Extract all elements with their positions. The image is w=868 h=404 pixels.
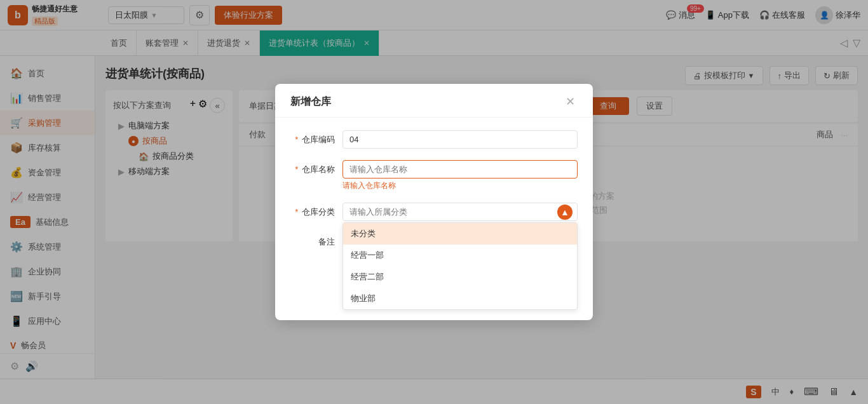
remark-label: 备注 <box>290 232 335 248</box>
chevron-up-icon: ▲ <box>560 207 569 217</box>
dropdown-item-uncategorized[interactable]: 未分类 <box>343 223 577 245</box>
category-input[interactable] <box>342 203 578 221</box>
form-row-code: * 仓库编码 <box>290 130 578 149</box>
category-dropdown: 未分类 经营一部 经营二部 物业部 <box>342 222 578 310</box>
name-field: 请输入仓库名称 <box>342 160 578 191</box>
modal-title: 新增仓库 <box>290 95 331 109</box>
code-input[interactable] <box>342 130 578 149</box>
dropdown-item-dept2[interactable]: 经营二部 <box>343 266 577 288</box>
name-error-message: 请输入仓库名称 <box>342 180 578 191</box>
form-row-category: * 仓库分类 ▲ 未分类 经营一部 经营二部 物业部 <box>290 203 578 221</box>
code-label: * 仓库编码 <box>290 130 335 145</box>
dropdown-item-dept3[interactable]: 物业部 <box>343 288 577 309</box>
name-label: * 仓库名称 <box>290 160 335 175</box>
category-label: * 仓库分类 <box>290 203 335 218</box>
category-field: ▲ 未分类 经营一部 经营二部 物业部 <box>342 203 578 221</box>
form-row-name: * 仓库名称 请输入仓库名称 <box>290 160 578 191</box>
modal-close-button[interactable]: ✕ <box>562 94 578 109</box>
dropdown-item-dept1[interactable]: 经营一部 <box>343 245 577 266</box>
name-input[interactable] <box>342 160 578 178</box>
modal-body: * 仓库编码 * 仓库名称 请输入仓库名称 * 仓库分类 <box>275 118 593 273</box>
category-toggle-button[interactable]: ▲ <box>557 205 573 220</box>
code-field <box>342 130 578 149</box>
modal-header: 新增仓库 ✕ <box>275 84 593 118</box>
add-warehouse-modal: 新增仓库 ✕ * 仓库编码 * 仓库名称 请输入仓库名称 <box>275 84 593 320</box>
